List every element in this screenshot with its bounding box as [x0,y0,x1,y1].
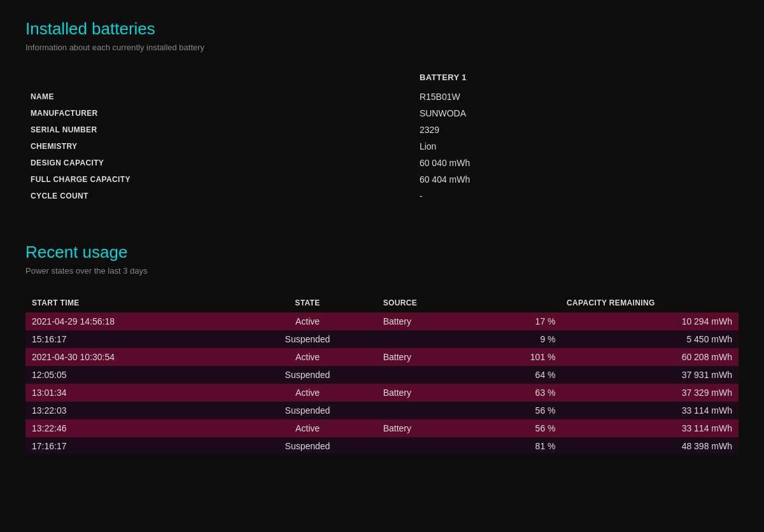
usage-capacity: 10 294 mWh [569,312,739,330]
battery-field-label: CHEMISTRY [25,138,414,155]
usage-source: Battery [377,348,483,366]
usage-start-time: 13:01:34 [25,384,238,402]
battery-column-header: BATTERY 1 [414,70,739,88]
usage-capacity: 5 450 mWh [569,330,739,348]
usage-table: START TIME STATE SOURCE CAPACITY REMAINI… [25,293,739,455]
usage-table-row: 15:16:17 Suspended 9 % 5 450 mWh [25,330,739,348]
usage-state: Suspended [238,437,376,455]
usage-source [377,366,483,384]
usage-state: Suspended [238,330,376,348]
col-header-capacity: CAPACITY REMAINING [483,293,739,312]
usage-state: Suspended [238,402,376,419]
battery-field-row: FULL CHARGE CAPACITY 60 404 mWh [25,171,739,188]
usage-source [377,437,483,455]
usage-start-time: 12:05:05 [25,366,238,384]
usage-state: Active [238,312,376,330]
battery-field-value: SUNWODA [414,105,739,122]
usage-source [377,402,483,419]
installed-batteries-title: Installed batteries [25,19,739,39]
usage-start-time: 2021-04-30 10:30:54 [25,348,238,366]
battery-field-label: FULL CHARGE CAPACITY [25,171,414,188]
installed-batteries-section: Installed batteries Information about ea… [25,19,739,204]
usage-source [377,330,483,348]
battery-field-label: NAME [25,88,414,105]
usage-source: Battery [377,384,483,402]
usage-state: Suspended [238,366,376,384]
battery-info-table: BATTERY 1 NAME R15B01W MANUFACTURER SUNW… [25,70,739,204]
usage-table-row: 2021-04-30 10:30:54 Active Battery 101 %… [25,348,739,366]
battery-field-value: Lion [414,138,739,155]
usage-table-row: 13:01:34 Active Battery 63 % 37 329 mWh [25,384,739,402]
usage-percent: 9 % [483,330,569,348]
usage-state: Active [238,419,376,437]
section-divider [25,217,739,242]
usage-start-time: 17:16:17 [25,437,238,455]
usage-percent: 56 % [483,419,569,437]
usage-state: Active [238,348,376,366]
usage-start-time: 2021-04-29 14:56:18 [25,312,238,330]
usage-capacity: 37 931 mWh [569,366,739,384]
usage-table-row: 17:16:17 Suspended 81 % 48 398 mWh [25,437,739,455]
usage-start-time: 13:22:46 [25,419,238,437]
usage-capacity: 37 329 mWh [569,384,739,402]
battery-field-row: NAME R15B01W [25,88,739,105]
recent-usage-subtitle: Power states over the last 3 days [25,266,739,276]
battery-field-row: MANUFACTURER SUNWODA [25,105,739,122]
usage-percent: 17 % [483,312,569,330]
usage-table-row: 13:22:46 Active Battery 56 % 33 114 mWh [25,419,739,437]
usage-source: Battery [377,312,483,330]
usage-table-row: 12:05:05 Suspended 64 % 37 931 mWh [25,366,739,384]
battery-field-label: CYCLE COUNT [25,188,414,204]
usage-percent: 81 % [483,437,569,455]
recent-usage-section: Recent usage Power states over the last … [25,242,739,455]
usage-table-row: 2021-04-29 14:56:18 Active Battery 17 % … [25,312,739,330]
usage-state: Active [238,384,376,402]
battery-field-value: 60 040 mWh [414,155,739,171]
usage-capacity: 48 398 mWh [569,437,739,455]
battery-field-value: 60 404 mWh [414,171,739,188]
battery-field-row: CHEMISTRY Lion [25,138,739,155]
usage-percent: 63 % [483,384,569,402]
col-header-state: STATE [238,293,376,312]
usage-capacity: 33 114 mWh [569,402,739,419]
battery-field-row: CYCLE COUNT - [25,188,739,204]
col-header-source: SOURCE [377,293,483,312]
usage-percent: 101 % [483,348,569,366]
usage-percent: 64 % [483,366,569,384]
battery-field-label: DESIGN CAPACITY [25,155,414,171]
battery-field-label: SERIAL NUMBER [25,122,414,138]
recent-usage-title: Recent usage [25,242,739,262]
usage-table-header: START TIME STATE SOURCE CAPACITY REMAINI… [25,293,739,312]
usage-table-row: 13:22:03 Suspended 56 % 33 114 mWh [25,402,739,419]
usage-capacity: 60 208 mWh [569,348,739,366]
battery-field-row: SERIAL NUMBER 2329 [25,122,739,138]
usage-percent: 56 % [483,402,569,419]
battery-field-row: DESIGN CAPACITY 60 040 mWh [25,155,739,171]
usage-start-time: 13:22:03 [25,402,238,419]
usage-start-time: 15:16:17 [25,330,238,348]
usage-source: Battery [377,419,483,437]
usage-capacity: 33 114 mWh [569,419,739,437]
battery-field-value: - [414,188,739,204]
battery-field-value: 2329 [414,122,739,138]
battery-field-value: R15B01W [414,88,739,105]
col-header-start-time: START TIME [25,293,238,312]
installed-batteries-subtitle: Information about each currently install… [25,43,739,52]
battery-field-label: MANUFACTURER [25,105,414,122]
